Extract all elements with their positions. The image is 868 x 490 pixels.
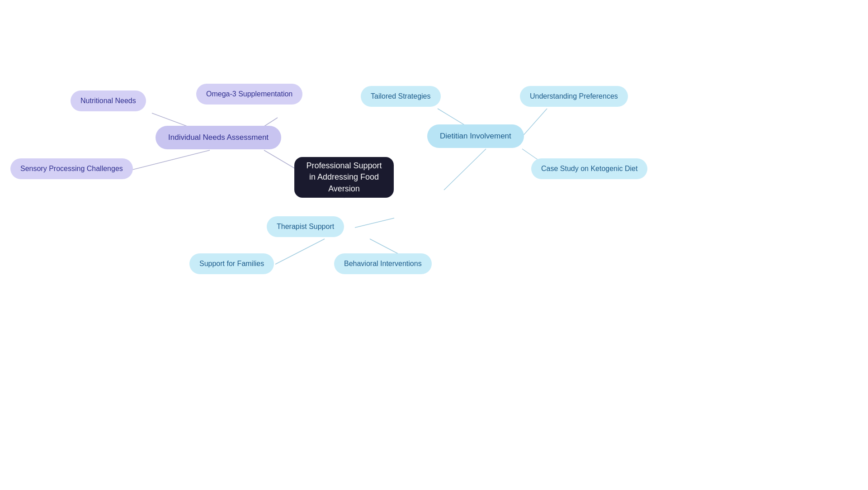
svg-line-6	[522, 109, 547, 137]
dietitian-label: Dietitian Involvement	[440, 132, 511, 141]
center-node[interactable]: Professional Support in Addressing Food …	[294, 157, 394, 198]
case-study-label: Case Study on Ketogenic Diet	[541, 165, 637, 173]
dietitian-node[interactable]: Dietitian Involvement	[427, 124, 524, 148]
case-study-node[interactable]: Case Study on Ketogenic Diet	[531, 158, 647, 179]
behavioral-label: Behavioral Interventions	[344, 260, 422, 268]
individual-needs-node[interactable]: Individual Needs Assessment	[156, 126, 281, 149]
sensory-label: Sensory Processing Challenges	[20, 165, 123, 173]
nutritional-needs-label: Nutritional Needs	[80, 97, 136, 105]
support-families-node[interactable]: Support for Families	[189, 253, 274, 274]
svg-line-9	[275, 239, 325, 264]
therapist-label: Therapist Support	[277, 223, 334, 231]
nutritional-needs-node[interactable]: Nutritional Needs	[71, 90, 146, 111]
svg-line-8	[355, 218, 394, 228]
behavioral-node[interactable]: Behavioral Interventions	[334, 253, 432, 274]
omega3-node[interactable]: Omega-3 Supplementation	[196, 84, 302, 105]
support-families-label: Support for Families	[199, 260, 264, 268]
omega3-label: Omega-3 Supplementation	[206, 90, 292, 98]
sensory-node[interactable]: Sensory Processing Challenges	[10, 158, 133, 179]
svg-line-3	[132, 150, 210, 170]
understanding-label: Understanding Preferences	[530, 92, 618, 100]
therapist-node[interactable]: Therapist Support	[267, 216, 344, 237]
understanding-node[interactable]: Understanding Preferences	[520, 86, 628, 107]
individual-needs-label: Individual Needs Assessment	[168, 133, 269, 142]
tailored-label: Tailored Strategies	[371, 92, 431, 100]
svg-line-4	[444, 149, 486, 190]
tailored-node[interactable]: Tailored Strategies	[361, 86, 441, 107]
